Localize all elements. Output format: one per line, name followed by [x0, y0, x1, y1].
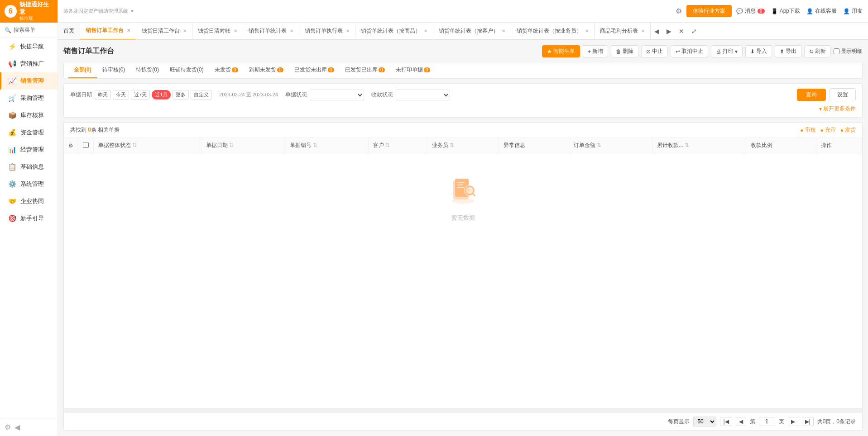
- settings-icon[interactable]: ⚙: [5, 423, 11, 431]
- cancel-stop-btn[interactable]: ↩ 取消中止: [671, 45, 708, 57]
- query-btn[interactable]: 查询: [797, 89, 826, 101]
- online-service-btn[interactable]: 👤 在线客服: [806, 7, 837, 15]
- sort-status-icon[interactable]: ⇅: [132, 142, 137, 148]
- tab-sales-by-staff-close[interactable]: ✕: [585, 28, 589, 33]
- filter-tab-shipped-out[interactable]: 已发货已出库0: [340, 62, 390, 78]
- sort-number-icon[interactable]: ⇅: [313, 142, 317, 148]
- sidebar-item-operations[interactable]: 📊 经营管理: [0, 141, 58, 158]
- sidebar-item-inventory[interactable]: 📦 库存核算: [0, 107, 58, 124]
- tab-sales-by-product[interactable]: 销货单统计表（按商品） ✕: [355, 23, 433, 40]
- tab-sales-by-customer[interactable]: 销货单统计表（按客户） ✕: [433, 23, 511, 40]
- sidebar-item-collab[interactable]: 🤝 企业协同: [0, 193, 58, 210]
- stop-btn[interactable]: ⊘ 中止: [641, 45, 668, 57]
- filter-tab-wangpu-pending[interactable]: 旺铺待发货(0): [164, 62, 209, 78]
- status-select[interactable]: [310, 90, 364, 100]
- table-area: 共找到 0条 相关单据 ● 审核 ● 充审 ● 发货: [63, 122, 863, 431]
- page-last-btn[interactable]: ▶|: [802, 417, 814, 426]
- print-btn[interactable]: 🖨 打印 ▾: [711, 45, 743, 57]
- tab-sales-by-customer-close[interactable]: ✕: [502, 28, 505, 33]
- date-custom-btn[interactable]: 自定义: [191, 90, 212, 100]
- export-btn[interactable]: ⬆ 导出: [775, 45, 801, 57]
- sort-collected-icon[interactable]: ⇅: [685, 142, 689, 148]
- sort-staff-icon[interactable]: ⇅: [450, 142, 454, 148]
- th-customer: 客户⇅: [368, 138, 427, 153]
- show-detail-checkbox-label[interactable]: 显示明细: [834, 47, 863, 55]
- sort-date-icon[interactable]: ⇅: [229, 142, 234, 148]
- refresh-btn[interactable]: ↻ 刷新: [804, 45, 831, 57]
- set-btn[interactable]: 设置: [830, 88, 856, 101]
- experience-btn[interactable]: 体验行业方案: [686, 5, 732, 17]
- date-today-btn[interactable]: 今天: [113, 90, 129, 100]
- tab-order-exec-close[interactable]: ✕: [346, 28, 350, 33]
- expand-conditions-btn[interactable]: ▾ 展开更多条件: [819, 105, 856, 113]
- date-7days-btn[interactable]: 近7天: [131, 90, 150, 100]
- page-first-btn[interactable]: |◀: [720, 417, 732, 426]
- tab-close-all-btn[interactable]: ✕: [675, 23, 688, 40]
- tab-reconcile[interactable]: 钱货日清对账 ✕: [192, 23, 243, 40]
- tab-reconcile-close[interactable]: ✕: [234, 28, 237, 33]
- tab-order-exec[interactable]: 销售订单执行表 ✕: [299, 23, 355, 40]
- tab-sales-order-close[interactable]: ✕: [127, 28, 130, 33]
- tab-daily-clear[interactable]: 钱货日清工作台 ✕: [136, 23, 192, 40]
- tab-sales-order[interactable]: 销售订单工作台 ✕: [80, 23, 136, 40]
- sidebar-item-sales[interactable]: 📈 销售管理: [0, 72, 58, 90]
- tab-margin[interactable]: 商品毛利分析表 ✕: [595, 23, 651, 40]
- sort-amount-icon[interactable]: ⇅: [597, 142, 601, 148]
- filter-tab-all[interactable]: 全部(0): [68, 62, 97, 78]
- page-size-select[interactable]: 10 20 50 100: [693, 417, 716, 427]
- ship-action-btn[interactable]: ● 发货: [840, 126, 856, 134]
- sidebar-item-quicknav[interactable]: ⚡ 快捷导航: [0, 38, 58, 55]
- filter-tab-pending-review[interactable]: 待审核(0): [97, 62, 131, 78]
- sidebar-item-guide[interactable]: 🎯 新手引导: [0, 210, 58, 227]
- tab-sales-by-staff[interactable]: 销货单统计表（按业务员） ✕: [511, 23, 595, 40]
- topbar-settings-icon[interactable]: ⚙: [676, 7, 682, 15]
- tab-order-stats[interactable]: 销售订单统计表 ✕: [243, 23, 299, 40]
- filter-tab-unprinted[interactable]: 未打印单据0: [390, 62, 436, 78]
- sidebar-item-marketing[interactable]: 📢 营销推广: [0, 55, 58, 72]
- tab-prev-btn[interactable]: ◀: [651, 23, 663, 40]
- date-more-btn[interactable]: 更多: [173, 90, 189, 100]
- page-number-input[interactable]: [759, 417, 775, 426]
- tab-next-btn[interactable]: ▶: [663, 23, 675, 40]
- filter-tab-overdue[interactable]: 到期未发货0: [244, 62, 289, 78]
- filter-tab-unshipped[interactable]: 未发货0: [209, 62, 244, 78]
- sidebar-item-system[interactable]: ⚙️ 系统管理: [0, 175, 58, 193]
- tab-order-stats-close[interactable]: ✕: [290, 28, 293, 33]
- select-all-checkbox[interactable]: [83, 142, 89, 148]
- table-actions: ● 审核 ● 充审 ● 发货: [800, 126, 856, 134]
- sort-customer-icon[interactable]: ⇅: [385, 142, 390, 148]
- add-btn[interactable]: + 新增: [583, 45, 608, 57]
- sidebar-item-search[interactable]: 🔍 搜索菜单: [0, 23, 58, 38]
- page-next-btn[interactable]: ▶: [788, 417, 798, 426]
- horizontal-scrollbar[interactable]: [64, 408, 862, 412]
- tab-sales-by-product-close[interactable]: ✕: [424, 28, 427, 33]
- tab-margin-close[interactable]: ✕: [641, 28, 645, 33]
- sidebar-item-purchase[interactable]: 🛒 采购管理: [0, 90, 58, 107]
- delete-icon: 🗑: [616, 48, 621, 55]
- show-detail-checkbox[interactable]: [834, 48, 839, 54]
- import-btn[interactable]: ⬇ 导入: [745, 45, 772, 57]
- tab-expand-btn[interactable]: ⤢: [688, 23, 700, 40]
- payment-select[interactable]: [396, 90, 450, 100]
- review-action-btn[interactable]: ● 审核: [800, 126, 815, 134]
- date-yesterday-btn[interactable]: 昨天: [95, 90, 111, 100]
- th-checkbox[interactable]: [78, 138, 94, 153]
- tab-home[interactable]: 首页: [58, 23, 80, 40]
- date-1month-btn[interactable]: 近1月: [152, 90, 171, 100]
- user-menu-btn[interactable]: 👤 用友: [843, 7, 863, 15]
- unreview-action-btn[interactable]: ● 充审: [820, 126, 836, 134]
- message-btn[interactable]: 💬 消息 6: [736, 7, 765, 15]
- collapse-icon[interactable]: ◀: [14, 423, 20, 431]
- download-icon: 📱: [771, 8, 778, 14]
- filter-tab-shipped-not-out[interactable]: 已发货未出库0: [289, 62, 340, 78]
- table-scroll[interactable]: ⚙ 单据整体状态⇅ 单据日期⇅ 单据编号⇅: [64, 138, 862, 408]
- delete-btn[interactable]: 🗑 删除: [611, 45, 638, 57]
- filter-tab-pending-pick[interactable]: 待拣货(0): [130, 62, 164, 78]
- sidebar-item-basics[interactable]: 📋 基础信息: [0, 158, 58, 175]
- page-prev-btn[interactable]: ◀: [736, 417, 746, 426]
- th-gear[interactable]: ⚙: [64, 138, 78, 153]
- smart-order-btn[interactable]: ★ 智能生单: [542, 45, 580, 57]
- sidebar-item-finance[interactable]: 💰 资金管理: [0, 124, 58, 141]
- app-download-btn[interactable]: 📱 App下载: [771, 7, 800, 15]
- tab-daily-clear-close[interactable]: ✕: [183, 28, 187, 33]
